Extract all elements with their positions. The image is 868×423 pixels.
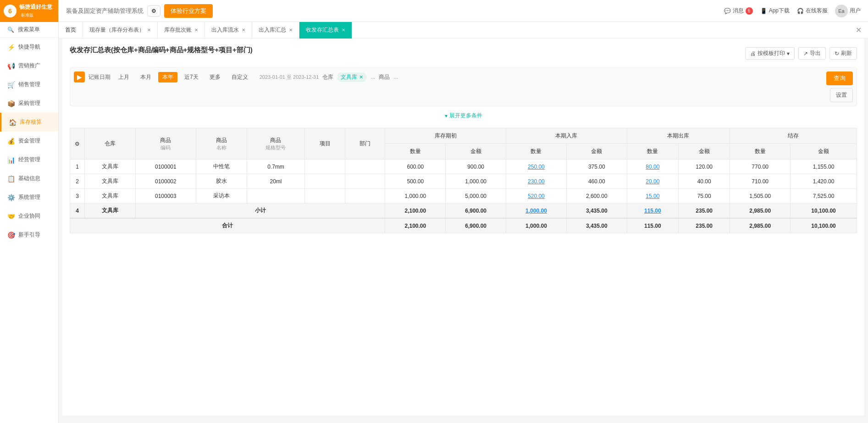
date-btn-7days[interactable]: 近7天 bbox=[180, 72, 203, 82]
tab-flow-close[interactable]: ✕ bbox=[242, 27, 245, 33]
warehouse-tag[interactable]: 文具库 ✕ bbox=[337, 72, 367, 82]
settings-gear-btn[interactable]: ⚙ bbox=[147, 5, 160, 16]
subtotal-bal-amt: 10,100.00 bbox=[791, 203, 857, 219]
th-in: 本期入库 bbox=[506, 128, 627, 144]
row-project bbox=[305, 159, 345, 174]
message-btn[interactable]: 💬 消息 6 bbox=[724, 7, 753, 15]
sidebar-item-basic-info[interactable]: 📋 基础信息 bbox=[0, 169, 58, 188]
subtotal-in-qty[interactable]: 1,000.00 bbox=[506, 203, 567, 219]
date-btn-prev-month[interactable]: 上月 bbox=[114, 72, 133, 82]
tab-inventory-dist-close[interactable]: ✕ bbox=[147, 27, 151, 33]
date-btn-custom[interactable]: 自定义 bbox=[227, 72, 252, 82]
subtotal-out-qty[interactable]: 115.00 bbox=[627, 203, 678, 219]
tab-home[interactable]: 首页 bbox=[59, 22, 83, 38]
row-bal-amt: 1,155.00 bbox=[791, 159, 857, 174]
online-service-btn[interactable]: 🎧 在线客服 bbox=[797, 7, 828, 15]
date-btn-this-month[interactable]: 本月 bbox=[136, 72, 155, 82]
logo-icon: 6 bbox=[4, 5, 17, 17]
filter-settings-btn[interactable]: 设置 bbox=[830, 88, 853, 102]
tab-batch-ledger[interactable]: 库存批次账 ✕ bbox=[158, 22, 205, 38]
sidebar-item-purchase[interactable]: 📦 采购管理 bbox=[0, 94, 58, 113]
total-label: 合计 bbox=[70, 218, 385, 233]
row-sku-code: 0100001 bbox=[135, 159, 196, 174]
th-opening: 库存期初 bbox=[385, 128, 506, 144]
logo-text: 畅捷通好生意 标准版 bbox=[19, 3, 52, 19]
row-warehouse: 文具库 bbox=[85, 189, 136, 203]
row-in-qty[interactable]: 520.00 bbox=[506, 189, 567, 203]
sidebar-item-cooperation[interactable]: 🤝 企业协同 bbox=[0, 207, 58, 225]
row-out-qty[interactable]: 15.00 bbox=[627, 189, 678, 203]
tab-recv-send-close[interactable]: ✕ bbox=[342, 27, 345, 33]
headset-icon: 🎧 bbox=[797, 8, 804, 14]
table-row: 3 文具库 0100003 采访本 1,000.00 5,000.00 520.… bbox=[70, 189, 857, 203]
row-no: 1 bbox=[70, 159, 85, 174]
tab-summary-in-out[interactable]: 出入库汇总 ✕ bbox=[252, 22, 299, 38]
row-open-qty: 600.00 bbox=[385, 159, 446, 174]
cooperation-icon: 🤝 bbox=[7, 213, 15, 220]
data-table: ⚙ 仓库 商品编码 商品名称 商品规格型号 项目 部门 库存期初 本期入库 本期… bbox=[70, 128, 857, 233]
row-in-amt: 375.00 bbox=[566, 159, 627, 174]
sidebar-item-system[interactable]: ⚙️ 系统管理 bbox=[0, 188, 58, 207]
row-warehouse: 文具库 bbox=[85, 174, 136, 189]
total-row: 合计 2,100.00 6,900.00 1,000.00 3,435.00 1… bbox=[70, 218, 857, 233]
sidebar-item-sales[interactable]: 🛒 销售管理 bbox=[0, 75, 58, 94]
experience-button[interactable]: 体验行业方案 bbox=[164, 4, 213, 18]
sidebar-logo: 6 畅捷通好生意 标准版 bbox=[0, 0, 58, 22]
sidebar-item-marketing[interactable]: 📢 营销推广 bbox=[0, 56, 58, 75]
row-sku-name: 中性笔 bbox=[196, 159, 247, 174]
tab-recv-send-label: 收发存汇总表 bbox=[306, 26, 339, 34]
row-out-qty[interactable]: 80.00 bbox=[627, 159, 678, 174]
user-btn[interactable]: Ea 用户 bbox=[835, 5, 861, 17]
tab-batch-ledger-close[interactable]: ✕ bbox=[194, 27, 198, 33]
total-open-qty: 2,100.00 bbox=[385, 218, 446, 233]
row-in-qty[interactable]: 250.00 bbox=[506, 159, 567, 174]
tab-flow[interactable]: 出入库流水 ✕ bbox=[205, 22, 252, 38]
sidebar-item-quick-nav[interactable]: ⚡ 快捷导航 bbox=[0, 38, 58, 56]
row-open-amt: 1,000.00 bbox=[446, 174, 506, 189]
export-icon: ↗ bbox=[803, 50, 808, 57]
row-bal-qty: 710.00 bbox=[730, 174, 791, 189]
row-in-qty[interactable]: 230.00 bbox=[506, 174, 567, 189]
print-btn[interactable]: 🖨 按模板打印 ▾ bbox=[745, 47, 795, 60]
sidebar-item-label: 资金管理 bbox=[18, 137, 40, 145]
goods-ellipsis[interactable]: ... bbox=[393, 74, 398, 80]
tab-recv-send-summary[interactable]: 收发存汇总表 ✕ bbox=[299, 22, 352, 38]
refresh-btn[interactable]: ↻ 刷新 bbox=[829, 47, 857, 60]
refresh-icon: ↻ bbox=[835, 50, 839, 57]
sidebar-item-label: 库存核算 bbox=[20, 118, 42, 126]
total-out-amt: 235.00 bbox=[678, 218, 730, 233]
date-btn-more[interactable]: 更多 bbox=[205, 72, 225, 82]
sidebar-item-label: 系统管理 bbox=[18, 193, 40, 201]
sidebar-search[interactable]: 🔍 搜索菜单 bbox=[0, 22, 58, 38]
th-open-amt: 金额 bbox=[446, 144, 506, 159]
th-sku-name: 商品名称 bbox=[196, 128, 247, 159]
row-warehouse: 文具库 bbox=[85, 159, 136, 174]
sidebar-item-guide[interactable]: 🎯 新手引导 bbox=[0, 225, 58, 244]
warehouse-ellipsis[interactable]: ... bbox=[370, 74, 375, 80]
date-btn-this-year[interactable]: 本年 bbox=[158, 72, 177, 82]
tab-summary-in-out-close[interactable]: ✕ bbox=[289, 27, 293, 33]
message-label: 消息 bbox=[733, 7, 744, 15]
sidebar-item-inventory[interactable]: 🏠 库存核算 bbox=[0, 113, 58, 132]
th-out-amt: 金额 bbox=[678, 144, 730, 159]
app-download-btn[interactable]: 📱 App下载 bbox=[760, 7, 790, 15]
row-spec: 0.7mm bbox=[247, 159, 305, 174]
table-row: 2 文具库 0100002 胶水 20ml 500.00 1,000.00 23… bbox=[70, 174, 857, 189]
row-out-qty[interactable]: 20.00 bbox=[627, 174, 678, 189]
th-bal-qty: 数量 bbox=[730, 144, 791, 159]
sidebar-item-operations[interactable]: 📊 经营管理 bbox=[0, 150, 58, 169]
warehouse-tag-close[interactable]: ✕ bbox=[359, 74, 363, 80]
tabbar-close-btn[interactable]: ✕ bbox=[849, 26, 868, 34]
th-warehouse: 仓库 bbox=[85, 128, 136, 159]
th-in-amt: 金额 bbox=[566, 144, 627, 159]
subtotal-bal-qty: 2,985.00 bbox=[730, 203, 791, 219]
message-badge: 6 bbox=[746, 7, 753, 15]
th-settings[interactable]: ⚙ bbox=[70, 128, 85, 159]
sidebar-item-finance[interactable]: 💰 资金管理 bbox=[0, 132, 58, 150]
tab-inventory-dist[interactable]: 现存量（库存分布表） ✕ bbox=[83, 22, 158, 38]
export-btn[interactable]: ↗ 导出 bbox=[798, 47, 826, 60]
query-button[interactable]: 查询 bbox=[826, 71, 853, 85]
filter-toggle-btn[interactable]: ▶ bbox=[74, 71, 85, 82]
total-open-amt: 6,900.00 bbox=[446, 218, 506, 233]
expand-more-btn[interactable]: ▾ 展开更多条件 bbox=[70, 109, 857, 122]
